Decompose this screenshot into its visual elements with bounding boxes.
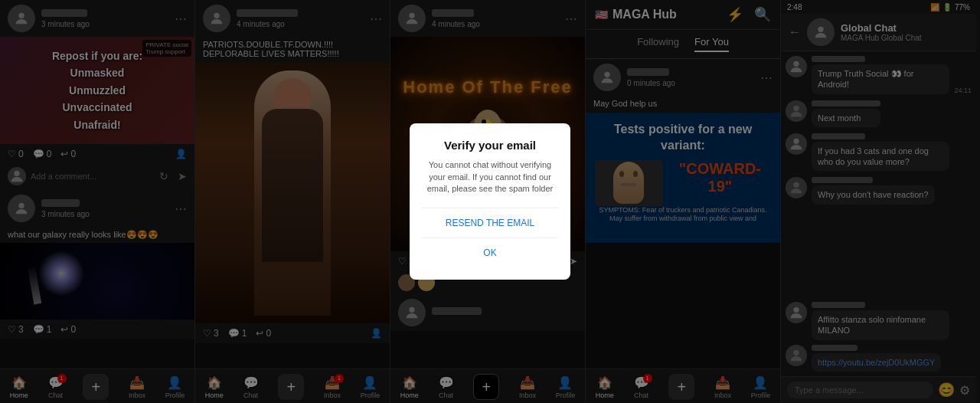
global-chat-panel: 2:48 📶 🔋 77% ← Global Chat MAGA Hub Glob… <box>781 0 976 403</box>
verify-email-modal-overlay: Verify your email You cannot chat withou… <box>781 51 976 297</box>
chat-messages-area[interactable]: Trump Truth Social 👀 for Android! 24:11 … <box>781 51 976 297</box>
